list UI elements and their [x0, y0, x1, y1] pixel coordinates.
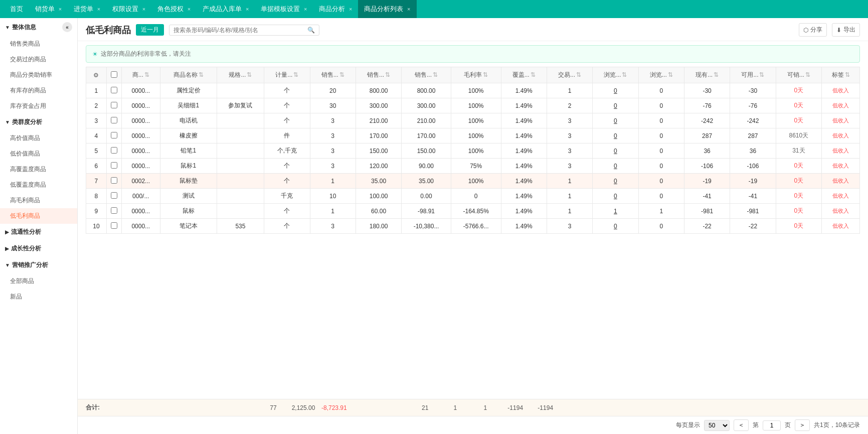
- sidebar-group-cluster[interactable]: ▼ 类群度分析: [0, 114, 77, 130]
- th-code[interactable]: 商...⇅: [121, 67, 160, 83]
- row-checkbox[interactable]: [106, 174, 121, 189]
- sidebar-item-stocked-products[interactable]: 有库存的商品: [0, 83, 77, 98]
- row-checkbox[interactable]: [106, 128, 121, 143]
- nav-product-analysis[interactable]: 商品分析 ×: [313, 0, 358, 18]
- close-analysis-list-icon[interactable]: ×: [407, 6, 410, 12]
- th-tag[interactable]: 标签⇅: [822, 67, 860, 83]
- close-sales-icon[interactable]: ×: [59, 6, 62, 12]
- search-icon[interactable]: 🔍: [307, 27, 315, 34]
- next-page-button[interactable]: ＞: [795, 419, 810, 431]
- row-checkbox[interactable]: [106, 204, 121, 219]
- sidebar-item-capital-usage[interactable]: 库存资金占用: [0, 98, 77, 114]
- row-select-checkbox[interactable]: [111, 162, 117, 169]
- row-checkbox[interactable]: [106, 159, 121, 174]
- close-purchase-icon[interactable]: ×: [97, 6, 100, 12]
- search-input[interactable]: [173, 27, 307, 34]
- sidebar-item-high-coverage[interactable]: 高覆盖度商品: [0, 162, 77, 177]
- sidebar-item-sales-products[interactable]: 销售类商品: [0, 36, 77, 52]
- row-browse1[interactable]: 0: [593, 128, 638, 143]
- row-browse1[interactable]: 0: [593, 113, 638, 128]
- row-browse1[interactable]: 0: [593, 83, 638, 98]
- period-button[interactable]: 近一月: [136, 24, 164, 36]
- nav-home[interactable]: 首页: [4, 0, 29, 18]
- row-select-checkbox[interactable]: [111, 177, 117, 184]
- sidebar-group-circulation[interactable]: ▶ 流通性分析: [0, 224, 77, 240]
- sidebar-group-growth[interactable]: ▶ 成长性分析: [0, 240, 77, 257]
- close-product-entry-icon[interactable]: ×: [246, 6, 249, 12]
- search-box[interactable]: 🔍: [169, 25, 319, 36]
- page-number-input[interactable]: [763, 420, 781, 430]
- sidebar-item-low-value[interactable]: 低价值商品: [0, 146, 77, 162]
- close-analysis-icon[interactable]: ×: [349, 6, 352, 12]
- th-trade[interactable]: 交易...⇅: [547, 67, 592, 83]
- row-tag: 低收入: [822, 204, 860, 219]
- th-available[interactable]: 可用...⇅: [730, 67, 776, 83]
- sidebar-item-category-rate[interactable]: 商品分类助销率: [0, 67, 77, 83]
- row-browse1[interactable]: 0: [593, 98, 638, 113]
- row-browse1[interactable]: 1: [593, 204, 638, 219]
- sidebar-group-overall[interactable]: ▼ 整体信息 «: [0, 18, 77, 36]
- prev-page-button[interactable]: ＜: [734, 419, 749, 431]
- row-select-checkbox[interactable]: [111, 207, 117, 214]
- page-size-select[interactable]: 50 100 200: [704, 420, 730, 431]
- nav-permissions[interactable]: 权限设置 ×: [106, 0, 151, 18]
- export-button[interactable]: ⬇ 导出: [832, 23, 860, 37]
- nav-purchase[interactable]: 进货单 ×: [68, 0, 106, 18]
- row-select-checkbox[interactable]: [111, 147, 117, 154]
- row-browse1[interactable]: 0: [593, 219, 638, 234]
- row-select-checkbox[interactable]: [111, 117, 117, 123]
- sidebar-item-high-margin[interactable]: 高毛利商品: [0, 193, 77, 208]
- th-name[interactable]: 商品名称⇅: [160, 67, 217, 83]
- th-gross-margin[interactable]: 毛利率⇅: [451, 67, 501, 83]
- close-template-icon[interactable]: ×: [304, 6, 307, 12]
- row-available: -242: [730, 113, 776, 128]
- th-browse2[interactable]: 浏览...⇅: [638, 67, 684, 83]
- row-select-checkbox[interactable]: [111, 192, 117, 199]
- th-sales-qty[interactable]: 销售...⇅: [310, 67, 356, 83]
- row-checkbox[interactable]: [106, 189, 121, 204]
- row-browse1[interactable]: 0: [593, 189, 638, 204]
- table-container[interactable]: ⚙ 商...⇅ 商品名称⇅ 规格...⇅ 计量...⇅ 销售...⇅ 销售...…: [78, 67, 868, 399]
- th-current[interactable]: 现有...⇅: [684, 67, 730, 83]
- th-browse1[interactable]: 浏览...⇅: [593, 67, 638, 83]
- sidebar-item-traded-products[interactable]: 交易过的商品: [0, 52, 77, 67]
- select-all-checkbox[interactable]: [111, 71, 117, 78]
- sidebar-item-all-products[interactable]: 全部商品: [0, 273, 77, 289]
- nav-product-entry[interactable]: 产成品入库单 ×: [197, 0, 255, 18]
- nav-roles[interactable]: 角色授权 ×: [151, 0, 197, 18]
- row-browse1[interactable]: 0: [593, 174, 638, 189]
- close-roles-icon[interactable]: ×: [188, 6, 191, 12]
- row-select-checkbox[interactable]: [111, 87, 117, 93]
- th-checkbox[interactable]: [106, 67, 121, 83]
- th-saleable[interactable]: 可销...⇅: [776, 67, 821, 83]
- sidebar-item-high-value[interactable]: 高价值商品: [0, 130, 77, 146]
- row-checkbox[interactable]: [106, 219, 121, 234]
- close-permissions-icon[interactable]: ×: [142, 6, 145, 12]
- row-unit: 个: [264, 98, 310, 113]
- sidebar-item-low-coverage[interactable]: 低覆盖度商品: [0, 177, 77, 193]
- row-browse1[interactable]: 0: [593, 159, 638, 174]
- th-sales-price[interactable]: 销售...⇅: [356, 67, 401, 83]
- row-checkbox[interactable]: [106, 113, 121, 128]
- sidebar-item-low-margin[interactable]: 低毛利商品: [0, 208, 77, 224]
- row-checkbox[interactable]: [106, 98, 121, 113]
- row-select-checkbox[interactable]: [111, 102, 117, 108]
- nav-product-analysis-list[interactable]: 商品分析列表 ×: [358, 0, 416, 18]
- row-checkbox[interactable]: [106, 143, 121, 159]
- sidebar-group-marketing[interactable]: ▼ 营销推广分析: [0, 257, 77, 273]
- th-spec[interactable]: 规格...⇅: [217, 67, 264, 83]
- share-button[interactable]: ⬡ 分享: [799, 23, 827, 37]
- th-unit[interactable]: 计量...⇅: [264, 67, 310, 83]
- nav-template[interactable]: 单据模板设置 ×: [255, 0, 313, 18]
- th-settings[interactable]: ⚙: [86, 67, 107, 83]
- th-coverage[interactable]: 覆盖...⇅: [501, 67, 547, 83]
- th-sales-amount[interactable]: 销售...⇅: [402, 67, 451, 83]
- row-tag: 低收入: [822, 219, 860, 234]
- row-select-checkbox[interactable]: [111, 132, 117, 138]
- nav-sales[interactable]: 销货单 ×: [29, 0, 68, 18]
- row-select-checkbox[interactable]: [111, 222, 117, 229]
- sidebar-item-new-products[interactable]: 新品: [0, 289, 77, 305]
- collapse-sidebar-btn[interactable]: «: [62, 22, 72, 32]
- row-browse1[interactable]: 0: [593, 143, 638, 159]
- row-checkbox[interactable]: [106, 83, 121, 98]
